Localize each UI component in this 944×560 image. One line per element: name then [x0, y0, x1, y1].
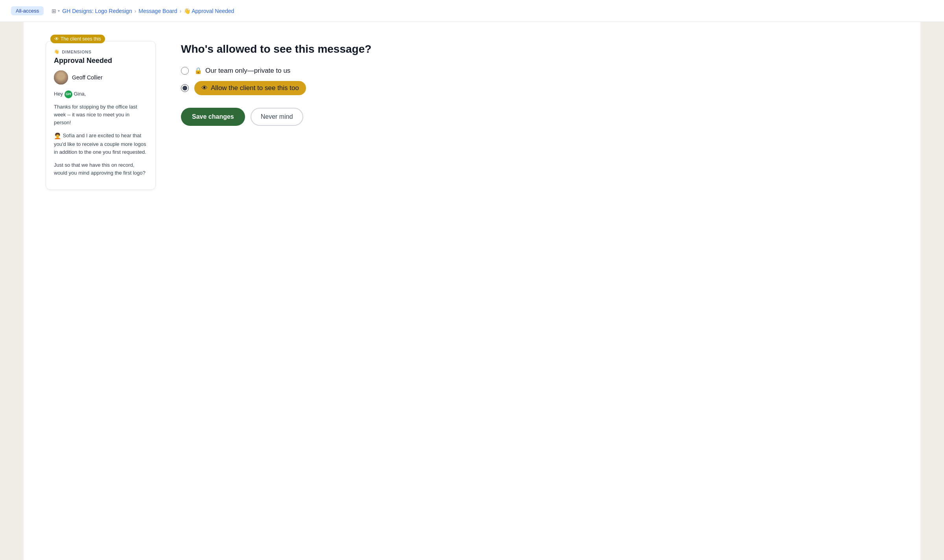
panel-title: Who's allowed to see this message?: [181, 42, 898, 56]
card-para-2: 🧑‍🦱 Sofía and I are excited to hear that…: [54, 131, 148, 157]
message-card: 👋 DIMENSIONS Approval Needed Geoff Colli…: [46, 41, 156, 190]
message-card-container: 👁 The client sees this 👋 DIMENSIONS Appr…: [46, 41, 156, 190]
card-para-2-text: Sofía and I are excited to hear that you…: [54, 133, 146, 155]
project-emoji-icon: 👋: [54, 49, 60, 54]
client-sees-eye-icon: 👁: [54, 36, 59, 42]
sofia-emoji-icon: 🧑‍🦱: [54, 133, 61, 139]
card-para-3: Just so that we have this on record, wou…: [54, 161, 148, 177]
client-sees-label: The client sees this: [61, 36, 101, 42]
card-para-1: Thanks for stopping by the office last w…: [54, 103, 148, 127]
option-team-only[interactable]: 🔒 Our team only—private to us: [181, 67, 898, 75]
breadcrumb-current-page: 👋 Approval Needed: [184, 8, 234, 14]
chevron-down-icon: ▾: [58, 9, 60, 13]
breadcrumb-section-link[interactable]: Message Board: [138, 8, 177, 14]
card-author: Geoff Collier: [54, 70, 148, 85]
project-name: DIMENSIONS: [62, 50, 92, 54]
author-avatar: [54, 70, 68, 85]
radio-allow-client[interactable]: [181, 84, 189, 92]
content-wrapper: 👁 The client sees this 👋 DIMENSIONS Appr…: [46, 41, 898, 190]
breadcrumb: ⊞ ▾ GH Designs: Logo Redesign › Message …: [52, 8, 234, 14]
option-allow-client[interactable]: 👁 Allow the client to see this too: [181, 81, 898, 95]
option-team-only-label: 🔒 Our team only—private to us: [194, 67, 290, 75]
greeting-name: Gina,: [74, 91, 86, 97]
main-content: 👁 The client sees this 👋 DIMENSIONS Appr…: [24, 22, 920, 560]
author-name: Geoff Collier: [72, 74, 103, 81]
option-team-only-text: Our team only—private to us: [205, 67, 290, 75]
greeting-text: Hey: [54, 91, 63, 97]
grid-icon: ⊞: [52, 8, 56, 14]
card-greeting-paragraph: Hey GH Gina,: [54, 90, 148, 98]
lock-icon: 🔒: [194, 67, 202, 74]
radio-options: 🔒 Our team only—private to us 👁 Allow th…: [181, 67, 898, 95]
option-allow-client-label: 👁 Allow the client to see this too: [194, 81, 306, 95]
breadcrumb-emoji: 👋: [184, 8, 190, 14]
save-changes-button[interactable]: Save changes: [181, 108, 245, 126]
breadcrumb-separator-2: ›: [179, 8, 181, 14]
topbar: All-access ⊞ ▾ GH Designs: Logo Redesign…: [0, 0, 944, 22]
breadcrumb-current-label: Approval Needed: [192, 8, 234, 14]
eye-icon: 👁: [201, 85, 208, 92]
option-allow-client-text: Allow the client to see this too: [211, 84, 299, 92]
mention-gina-badge: GH: [65, 90, 72, 98]
breadcrumb-separator-1: ›: [135, 8, 136, 14]
grid-view-toggle[interactable]: ⊞ ▾: [52, 8, 60, 14]
right-panel: Who's allowed to see this message? 🔒 Our…: [181, 41, 898, 126]
action-buttons: Save changes Never mind: [181, 108, 898, 126]
never-mind-button[interactable]: Never mind: [251, 108, 303, 126]
client-sees-badge: 👁 The client sees this: [50, 35, 105, 43]
breadcrumb-project-link[interactable]: GH Designs: Logo Redesign: [62, 8, 132, 14]
card-project-label: 👋 DIMENSIONS: [54, 49, 148, 54]
card-title: Approval Needed: [54, 57, 148, 65]
all-access-badge: All-access: [11, 6, 44, 15]
card-body: Hey GH Gina, Thanks for stopping by the …: [54, 90, 148, 177]
radio-team-only[interactable]: [181, 67, 189, 75]
